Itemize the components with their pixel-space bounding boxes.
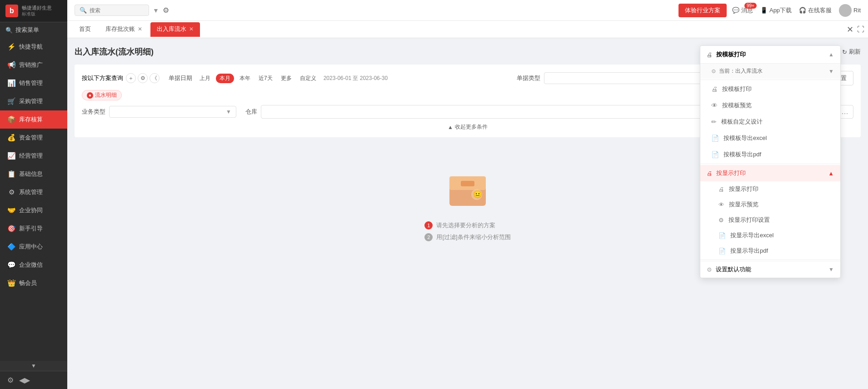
page-title: 出入库流水(流水明细)	[75, 46, 154, 57]
dp-sub-display-print[interactable]: 🖨 按显示打印	[700, 181, 840, 197]
refresh-label: 刷新	[849, 48, 861, 56]
dp-item-label: 按模板导出pdf	[723, 150, 761, 159]
sidebar-search-label: 搜索菜单	[15, 26, 39, 34]
dp-divider-1	[700, 80, 840, 80]
topbar-gear-icon[interactable]: ⚙	[163, 6, 169, 15]
sidebar-item-system[interactable]: ⚙ 系统管理	[0, 183, 67, 201]
doc-type-label: 单据类型	[517, 74, 540, 82]
dp-divider-2	[700, 164, 840, 164]
settings-icon[interactable]: ⚙	[7, 376, 14, 384]
date-btn-7days[interactable]: 近7天	[256, 74, 275, 83]
sidebar-item-label: 快捷导航	[19, 43, 43, 51]
topbar: 🔍 ▼ ⚙ 体验行业方案 💬 消息 99+ 📱 App下载 🎧	[67, 0, 868, 21]
filter-collapse-btn[interactable]: 《	[150, 73, 160, 83]
chevron-down-icon: ▼	[828, 68, 834, 75]
dp-section-display[interactable]: 🖨 按显示打印 ▲	[700, 165, 840, 181]
user-avatar[interactable]: Rit	[839, 4, 861, 17]
online-service-btn[interactable]: 🎧 在线客服	[799, 6, 832, 15]
sidebar-item-label: 应用中心	[19, 243, 43, 251]
app-download-btn[interactable]: 📱 App下载	[760, 6, 792, 15]
refresh-btn[interactable]: ↻ 刷新	[842, 48, 861, 56]
sidebar-item-label: 新手引导	[19, 224, 43, 233]
tabs-bar: 首页 库存批次账 ✕ 出入库流水 ✕ ✕ ⛶	[67, 21, 868, 38]
svg-rect-2	[461, 181, 474, 186]
tab-flow[interactable]: 出入库流水 ✕	[150, 22, 200, 37]
company-name: 畅捷通好生意	[22, 5, 52, 11]
filter-tag-icon: ●	[87, 92, 93, 99]
sidebar-item-newguide[interactable]: 🎯 新手引导	[0, 219, 67, 238]
dp-sub-display-preview[interactable]: 👁 按显示预览	[700, 197, 840, 212]
topbar-dropdown-arrow[interactable]: ▼	[153, 7, 159, 14]
sidebar-item-wechat[interactable]: 💬 企业微信	[0, 256, 67, 274]
sidebar-search[interactable]: 🔍 搜索菜单	[0, 22, 67, 38]
date-btn-this-year[interactable]: 本年	[237, 74, 253, 83]
dp-divider-3	[700, 259, 840, 260]
collapse-sidebar-icon[interactable]: ◀▶	[19, 376, 30, 384]
dp-collapse-arrow[interactable]: ▲	[828, 51, 834, 58]
sidebar-item-basic[interactable]: 📋 基础信息	[0, 165, 67, 183]
inventory-icon: 📦	[7, 115, 15, 124]
sidebar-item-finance[interactable]: 💰 资金管理	[0, 129, 67, 147]
message-icon: 💬	[732, 7, 739, 14]
empty-step-2: 2 用[过滤]条件来缩小分析范围	[424, 233, 510, 241]
sidebar-item-marketing[interactable]: 📢 营销推广	[0, 56, 67, 74]
sidebar-item-enterprise[interactable]: 🤝 企业协同	[0, 201, 67, 219]
date-btn-custom[interactable]: 自定义	[297, 74, 319, 83]
dp-footer-icon: ⚙	[707, 266, 712, 273]
search-icon: 🔍	[80, 7, 87, 14]
sidebar-item-sales[interactable]: 📊 销售管理	[0, 74, 67, 92]
dp-sub-item-label: 按显示导出excel	[730, 231, 773, 239]
headset-icon: 🎧	[799, 7, 806, 14]
username-label: Rit	[853, 7, 861, 14]
date-range-display: 2023-06-01 至 2023-06-30	[324, 75, 388, 82]
sidebar-item-purchase[interactable]: 🛒 采购管理	[0, 92, 67, 110]
dp-header-content: 🖨 按模板打印	[707, 50, 746, 59]
topbar-search-box[interactable]: 🔍	[75, 5, 149, 16]
trial-btn[interactable]: 体验行业方案	[678, 4, 727, 17]
sidebar-item-label: 基础信息	[19, 170, 43, 178]
operation-icon: 📈	[7, 152, 15, 160]
dp-item-template-print[interactable]: 🖨 按模板打印	[700, 81, 840, 97]
dp-sub-item-label: 按显示打印	[729, 185, 758, 193]
dp-sub-display-excel[interactable]: 📄 按显示导出excel	[700, 228, 840, 243]
dp-footer[interactable]: ⚙ 设置默认功能 ▼	[700, 261, 840, 278]
search-input[interactable]	[90, 7, 144, 14]
message-btn[interactable]: 💬 消息 99+	[732, 6, 753, 15]
tab-close-btn[interactable]: ✕	[847, 25, 853, 35]
filter-icons: ＋ ⚙ 《	[126, 73, 160, 83]
tab-batch-account[interactable]: 库存批次账 ✕	[99, 22, 149, 37]
filter-tag-liushui[interactable]: ● 流水明细	[82, 90, 122, 100]
dp-sub-settings-icon: ⚙	[718, 217, 724, 224]
date-btn-last-month[interactable]: 上月	[197, 74, 213, 83]
dp-sub-display-settings[interactable]: ⚙ 按显示打印设置	[700, 212, 840, 228]
warehouse-more-btn[interactable]: …	[841, 108, 848, 116]
tab-maximize-btn[interactable]: ⛶	[857, 25, 864, 35]
chevron-down-icon: ▼	[31, 363, 36, 369]
biz-type-area: 业务类型 ▼	[82, 106, 236, 118]
add-filter-btn[interactable]: ＋	[126, 73, 136, 83]
collapse-label: 收起更多条件	[455, 123, 488, 131]
tab-batch-account-close[interactable]: ✕	[138, 26, 142, 32]
sidebar-item-member[interactable]: 👑 畅会员	[0, 274, 67, 292]
sidebar-scroll-down[interactable]: ▼	[0, 361, 67, 371]
dp-item-template-pdf[interactable]: 📄 按模板导出pdf	[700, 146, 840, 163]
dp-item-label: 按模板导出excel	[723, 134, 767, 142]
date-btn-more[interactable]: 更多	[278, 74, 294, 83]
logo-icon: b	[5, 5, 18, 17]
dp-sub-display-pdf[interactable]: 📄 按显示导出pdf	[700, 243, 840, 259]
dp-item-template-excel[interactable]: 📄 按模板导出excel	[700, 130, 840, 146]
dp-sub-item-label: 按显示打印设置	[728, 216, 770, 224]
date-btn-this-month[interactable]: 本月	[216, 74, 234, 83]
sidebar-item-quick-nav[interactable]: ⚡ 快捷导航	[0, 38, 67, 56]
tab-flow-close[interactable]: ✕	[189, 26, 194, 32]
tab-home[interactable]: 首页	[73, 22, 97, 37]
sidebar-item-inventory[interactable]: 📦 库存核算	[0, 110, 67, 129]
sidebar-item-appcenter[interactable]: 🔷 应用中心	[0, 238, 67, 256]
date-filter-area: 单据日期 上月 本月 本年 近7天 更多 自定义 2023-06-01 至 20…	[169, 74, 508, 83]
dp-item-template-custom[interactable]: ✏ 模板自定义设计	[700, 114, 840, 130]
collapse-conditions-btn[interactable]: ▲ 收起更多条件	[448, 123, 488, 131]
dp-item-template-preview[interactable]: 👁 按模板预览	[700, 97, 840, 114]
filter-settings-btn[interactable]: ⚙	[138, 73, 148, 83]
sidebar-item-operation[interactable]: 📈 经营管理	[0, 147, 67, 165]
biz-type-select[interactable]: ▼	[109, 106, 236, 118]
